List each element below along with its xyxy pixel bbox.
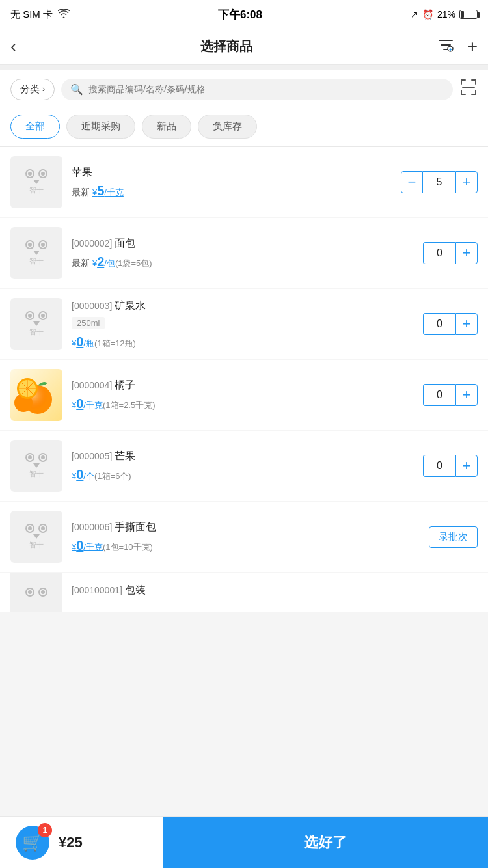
add-icon[interactable]: + bbox=[467, 36, 478, 57]
svg-rect-8 bbox=[475, 79, 476, 85]
product-info-0000006: [0000006] 手撕面包 ¥0/千克(1包=10千克) bbox=[72, 521, 420, 553]
product-name: [0000003] 矿泉水 bbox=[72, 299, 414, 313]
quantity-input[interactable] bbox=[423, 313, 455, 335]
tab-negative[interactable]: 负库存 bbox=[198, 115, 257, 139]
list-item: 智十 [0000002] 面包 最新 ¥2/包(1袋=5包) + bbox=[0, 218, 488, 288]
price-amount: 2 bbox=[97, 254, 104, 269]
product-image-0000006: 智十 bbox=[10, 511, 62, 563]
quantity-input[interactable] bbox=[423, 242, 455, 264]
quantity-control-0000004: + bbox=[423, 384, 478, 406]
list-item: [000100001] 包装 bbox=[0, 573, 488, 612]
search-icon: 🔍 bbox=[70, 83, 83, 96]
confirm-label: 选好了 bbox=[304, 833, 347, 852]
quantity-input[interactable] bbox=[423, 455, 455, 477]
quantity-input[interactable] bbox=[423, 384, 455, 406]
price-amount: 0 bbox=[76, 467, 83, 481]
tab-row: 全部 近期采购 新品 负库存 bbox=[0, 108, 488, 146]
owl-logo: 智十 bbox=[25, 240, 47, 266]
quantity-control-0000006: 录批次 bbox=[429, 526, 478, 548]
increase-button[interactable]: + bbox=[455, 384, 478, 406]
product-price: 最新 ¥2/包(1袋=5包) bbox=[72, 254, 414, 269]
batch-button[interactable]: 录批次 bbox=[429, 526, 478, 548]
product-name: [0000006] 手撕面包 bbox=[72, 521, 420, 534]
price-unit: /千克 bbox=[104, 187, 124, 197]
owl-logo: 智十 bbox=[25, 524, 47, 550]
product-image-0000003: 智十 bbox=[10, 298, 62, 350]
product-spec: 250ml bbox=[72, 317, 105, 329]
product-info-0000001: 苹果 最新 ¥5/千克 bbox=[72, 166, 392, 198]
product-name: [0000002] 面包 bbox=[72, 237, 414, 251]
tab-all[interactable]: 全部 bbox=[10, 115, 60, 139]
bottom-bar: 🛒 1 ¥25 选好了 bbox=[0, 816, 488, 868]
increase-button[interactable]: + bbox=[455, 171, 478, 193]
list-item: 智十 [0000006] 手撕面包 ¥0/千克(1包=10千克) 录批次 bbox=[0, 502, 488, 572]
list-item: 智十 [0000003] 矿泉水 250ml ¥0/瓶(1箱=12瓶) + bbox=[0, 289, 488, 359]
price-extra: (1箱=2.5千克) bbox=[103, 400, 156, 410]
search-bar[interactable]: 🔍 bbox=[61, 79, 453, 100]
svg-rect-1 bbox=[441, 44, 451, 46]
price-amount: 0 bbox=[76, 334, 83, 349]
decrease-button[interactable]: − bbox=[401, 171, 423, 193]
increase-button[interactable]: + bbox=[455, 242, 478, 264]
price-label: 最新 bbox=[72, 258, 90, 268]
product-price: ¥0/千克(1箱=2.5千克) bbox=[72, 396, 414, 411]
category-button[interactable]: 分类 › bbox=[10, 79, 55, 100]
product-name: [000100001] 包装 bbox=[72, 584, 478, 597]
quantity-input[interactable] bbox=[423, 171, 455, 193]
price-extra: (1箱=6个) bbox=[94, 471, 131, 481]
product-info-0000003: [0000003] 矿泉水 250ml ¥0/瓶(1箱=12瓶) bbox=[72, 299, 414, 349]
quantity-control-0000002: + bbox=[423, 242, 478, 264]
product-name: 苹果 bbox=[72, 166, 392, 180]
page-title: 选择商品 bbox=[200, 38, 252, 55]
status-time: 下午6:08 bbox=[218, 7, 262, 22]
product-info-0000002: [0000002] 面包 最新 ¥2/包(1袋=5包) bbox=[72, 237, 414, 269]
svg-rect-6 bbox=[461, 79, 462, 85]
back-button[interactable]: ‹ bbox=[10, 36, 16, 57]
tab-new[interactable]: 新品 bbox=[142, 115, 191, 139]
price-extra: (1包=10千克) bbox=[103, 542, 153, 552]
list-item: 智十 [0000005] 芒果 ¥0/个(1箱=6个) + bbox=[0, 431, 488, 501]
product-image-0000004 bbox=[10, 369, 62, 421]
nav-actions: + + bbox=[437, 36, 478, 57]
status-right: ↗ ⏰ 21% bbox=[411, 9, 478, 20]
product-info-0000005: [0000005] 芒果 ¥0/个(1箱=6个) bbox=[72, 450, 414, 482]
increase-button[interactable]: + bbox=[455, 455, 478, 477]
cart-icon-wrap[interactable]: 🛒 1 bbox=[16, 826, 49, 860]
product-price: ¥0/千克(1包=10千克) bbox=[72, 538, 420, 553]
product-price: 最新 ¥5/千克 bbox=[72, 183, 392, 198]
product-price: ¥0/个(1箱=6个) bbox=[72, 467, 414, 482]
list-item: [0000004] 橘子 ¥0/千克(1箱=2.5千克) + bbox=[0, 360, 488, 430]
price-amount: 0 bbox=[76, 538, 83, 552]
price-amount: 0 bbox=[76, 396, 83, 411]
tab-negative-label: 负库存 bbox=[213, 120, 242, 131]
list-item: 智十 苹果 最新 ¥5/千克 − + bbox=[0, 147, 488, 217]
price-extra: (1袋=5包) bbox=[115, 258, 152, 268]
filter-row: 分类 › 🔍 bbox=[0, 70, 488, 108]
carrier-text: 无 SIM 卡 bbox=[10, 8, 53, 21]
cart-badge: 1 bbox=[38, 823, 52, 837]
category-chevron-icon: › bbox=[42, 85, 45, 94]
search-input[interactable] bbox=[88, 84, 444, 94]
svg-rect-10 bbox=[461, 90, 462, 95]
location-icon: ↗ bbox=[411, 9, 418, 20]
quantity-control-0000003: + bbox=[423, 313, 478, 335]
product-image-0000001: 智十 bbox=[10, 156, 62, 208]
scan-icon[interactable] bbox=[459, 78, 478, 100]
product-name: [0000004] 橘子 bbox=[72, 379, 414, 392]
product-name: [0000005] 芒果 bbox=[72, 450, 414, 463]
product-price: ¥0/瓶(1箱=12瓶) bbox=[72, 334, 414, 349]
tab-recent-label: 近期采购 bbox=[81, 120, 120, 131]
tab-new-label: 新品 bbox=[157, 120, 176, 131]
confirm-button[interactable]: 选好了 bbox=[163, 817, 488, 869]
wifi-icon bbox=[58, 9, 70, 20]
product-image-0000002: 智十 bbox=[10, 227, 62, 279]
product-info-0000004: [0000004] 橘子 ¥0/千克(1箱=2.5千克) bbox=[72, 379, 414, 411]
status-bar: 无 SIM 卡 下午6:08 ↗ ⏰ 21% bbox=[0, 0, 488, 29]
tab-all-label: 全部 bbox=[25, 120, 45, 131]
tab-recent[interactable]: 近期采购 bbox=[66, 115, 135, 139]
owl-logo: 智十 bbox=[25, 453, 47, 479]
quantity-control-0000001: − + bbox=[401, 171, 478, 193]
increase-button[interactable]: + bbox=[455, 313, 478, 335]
filter-icon[interactable]: + bbox=[437, 37, 454, 57]
svg-rect-0 bbox=[439, 40, 453, 41]
